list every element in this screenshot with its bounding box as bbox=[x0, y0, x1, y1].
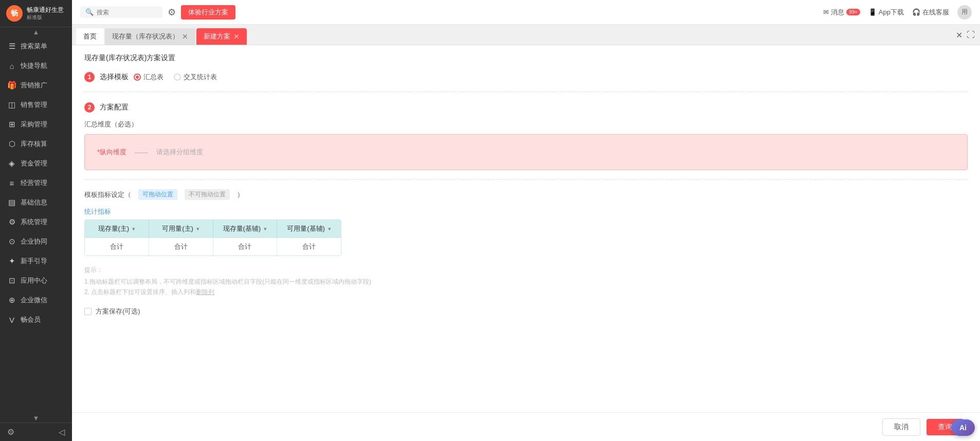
sidebar-item-enterprise-wechat[interactable]: ⊕ 企业微信 bbox=[0, 290, 72, 310]
col-header-3-arrow: ▾ bbox=[264, 226, 267, 232]
radio-dot-cross bbox=[174, 74, 181, 81]
sidebar-item-marketing[interactable]: 🎁 营销推广 bbox=[0, 76, 72, 95]
speaker-icon[interactable]: ◁ bbox=[59, 427, 65, 437]
radio-summary[interactable]: 汇总表 bbox=[134, 72, 164, 82]
app-download-button[interactable]: 📱 App下载 bbox=[868, 8, 904, 17]
tab-new-scheme-label: 新建方案 bbox=[204, 32, 230, 41]
sales-icon: ◫ bbox=[7, 100, 16, 109]
trial-button[interactable]: 体验行业方案 bbox=[181, 5, 235, 20]
sidebar-item-label: 应用中心 bbox=[21, 276, 47, 285]
sidebar-scroll-up[interactable]: ▲ bbox=[0, 27, 72, 36]
tab-inventory-close[interactable]: ✕ bbox=[182, 32, 188, 41]
section2-header: 2 方案配置 bbox=[84, 102, 968, 113]
cell-1-4: 合计 bbox=[277, 238, 341, 255]
sidebar-item-label: 采购管理 bbox=[21, 120, 47, 129]
ai-fab-button[interactable]: Ai bbox=[951, 419, 975, 436]
expand-icon[interactable]: ⛶ bbox=[967, 30, 975, 40]
sidebar-item-new-guide[interactable]: ✦ 新手引导 bbox=[0, 251, 72, 271]
col-header-2[interactable]: 可用量(主) ▾ bbox=[149, 220, 213, 237]
gift-icon: 🎁 bbox=[7, 81, 16, 90]
dimension-label: 汇总维度（必选） bbox=[84, 120, 968, 129]
radio-dot-summary bbox=[134, 74, 141, 81]
sidebar-item-finance[interactable]: ◈ 资金管理 bbox=[0, 154, 72, 173]
content-inner: 现存量(库存状况表)方案设置 1 选择模板 汇总表 交叉统计表 bbox=[72, 45, 980, 441]
message-badge: 99+ bbox=[846, 9, 860, 15]
save-label: 方案保存(可选) bbox=[96, 307, 140, 316]
search-menu-icon: ☰ bbox=[7, 42, 16, 51]
tips-item-2: 2. 点击标题栏下拉可设置排序、插入列和删除列 bbox=[84, 288, 968, 297]
download-icon: 📱 bbox=[868, 8, 877, 16]
col-header-1[interactable]: 现存量(主) ▾ bbox=[85, 220, 149, 237]
search-input[interactable] bbox=[97, 9, 148, 16]
business-icon: ≡ bbox=[7, 178, 16, 188]
col-header-4-arrow: ▾ bbox=[328, 226, 331, 232]
topbar-settings-icon[interactable]: ⚙ bbox=[168, 7, 176, 18]
col-header-4[interactable]: 可用量(基辅) ▾ bbox=[277, 220, 341, 237]
section2-title: 方案配置 bbox=[100, 103, 129, 112]
sidebar-item-quick-nav[interactable]: ⌂ 快捷导航 bbox=[0, 56, 72, 76]
sidebar-logo: 畅 畅康通好生意 标准版 bbox=[0, 0, 72, 27]
tabbar: 首页 现存量（库存状况表） ✕ 新建方案 ✕ ✕ ⛶ bbox=[72, 25, 980, 45]
tab-home-label: 首页 bbox=[83, 32, 97, 41]
sidebar-item-label: 企业微信 bbox=[21, 296, 47, 305]
sidebar-item-label: 系统管理 bbox=[21, 217, 47, 227]
sidebar-item-search-menu[interactable]: ☰ 搜索菜单 bbox=[0, 36, 72, 56]
tab-inventory-status[interactable]: 现存量（库存状况表） ✕ bbox=[105, 28, 195, 45]
main-area: 🔍 ⚙ 体验行业方案 ✉ 消息 99+ 📱 App下载 🎧 在线客服 用 bbox=[72, 0, 980, 441]
sidebar-scroll-down[interactable]: ▼ bbox=[0, 413, 72, 422]
wechat-icon: ⊕ bbox=[7, 296, 16, 305]
message-icon: ✉ bbox=[823, 8, 829, 16]
topbar-right: ✉ 消息 99+ 📱 App下载 🎧 在线客服 用 bbox=[823, 5, 972, 20]
online-service-button[interactable]: 🎧 在线客服 bbox=[912, 8, 949, 17]
search-box[interactable]: 🔍 bbox=[80, 6, 162, 18]
search-icon: 🔍 bbox=[85, 8, 94, 16]
cell-1-1: 合计 bbox=[85, 238, 149, 255]
sidebar-item-system[interactable]: ⚙ 系统管理 bbox=[0, 212, 72, 232]
radio-cross[interactable]: 交叉统计表 bbox=[174, 72, 217, 82]
dimension-placeholder: 请选择分组维度 bbox=[156, 148, 203, 157]
tips-item-1: 1.拖动标题栏可以调整布局，不可跨维度或指标区域拖动栏目字段(只能在同一维度或指… bbox=[84, 278, 968, 286]
app-edition: 标准版 bbox=[27, 14, 64, 21]
save-checkbox[interactable] bbox=[84, 308, 92, 315]
dimension-box[interactable]: *纵向维度 —— 请选择分组维度 bbox=[84, 134, 968, 170]
basic-info-icon: ▤ bbox=[7, 198, 16, 207]
bottom-bar: 取消 查询 bbox=[72, 412, 980, 441]
tab-new-scheme[interactable]: 新建方案 ✕ bbox=[196, 28, 247, 45]
close-panel-icon[interactable]: ✕ bbox=[956, 30, 963, 40]
section1-divider bbox=[84, 91, 968, 92]
sidebar-item-sales[interactable]: ◫ 销售管理 bbox=[0, 95, 72, 115]
stat-table: 现存量(主) ▾ 可用量(主) ▾ 现存量(基辅) ▾ 可用量(基辅) bbox=[84, 219, 341, 256]
sidebar-item-purchase[interactable]: ⊞ 采购管理 bbox=[0, 115, 72, 134]
tab-home[interactable]: 首页 bbox=[76, 28, 104, 45]
system-icon: ⚙ bbox=[7, 217, 16, 227]
topbar: 🔍 ⚙ 体验行业方案 ✉ 消息 99+ 📱 App下载 🎧 在线客服 用 bbox=[72, 0, 980, 25]
delete-col-link[interactable]: 删除列 bbox=[196, 288, 214, 296]
tab-new-scheme-close[interactable]: ✕ bbox=[233, 32, 240, 41]
user-avatar[interactable]: 用 bbox=[957, 5, 972, 20]
undraggable-tag: 不可拖动位置 bbox=[185, 189, 230, 200]
section2-divider bbox=[84, 179, 968, 180]
tab-inventory-label: 现存量（库存状况表） bbox=[112, 32, 179, 41]
draggable-tag: 可拖动位置 bbox=[138, 189, 177, 200]
col-header-2-arrow: ▾ bbox=[196, 226, 199, 232]
sidebar-item-inventory[interactable]: ⬡ 库存核算 bbox=[0, 134, 72, 154]
sidebar-item-business[interactable]: ≡ 经营管理 bbox=[0, 173, 72, 193]
topbar-left: 🔍 ⚙ 体验行业方案 bbox=[80, 5, 235, 20]
sidebar-item-label: 快捷导航 bbox=[21, 61, 47, 70]
col-header-3[interactable]: 现存量(基辅) ▾ bbox=[213, 220, 278, 237]
sidebar-item-member[interactable]: V 畅会员 bbox=[0, 310, 72, 329]
sidebar-item-enterprise[interactable]: ⊙ 企业协同 bbox=[0, 232, 72, 251]
settings-icon[interactable]: ⚙ bbox=[7, 427, 14, 437]
radio-summary-label: 汇总表 bbox=[143, 72, 164, 82]
col-header-4-label: 可用量(基辅) bbox=[287, 224, 325, 233]
indicator-settings-label: 模板指标设定（ bbox=[84, 190, 131, 199]
sidebar-item-basic-info[interactable]: ▤ 基础信息 bbox=[0, 193, 72, 212]
sidebar-item-app-center[interactable]: ⊡ 应用中心 bbox=[0, 271, 72, 290]
col-header-1-label: 现存量(主) bbox=[98, 224, 130, 233]
page-title: 现存量(库存状况表)方案设置 bbox=[84, 53, 968, 63]
cancel-button[interactable]: 取消 bbox=[882, 418, 920, 436]
enterprise-icon: ⊙ bbox=[7, 237, 16, 246]
home-icon: ⌂ bbox=[7, 61, 16, 70]
sidebar-item-label: 库存核算 bbox=[21, 139, 47, 149]
message-button[interactable]: ✉ 消息 99+ bbox=[823, 8, 860, 17]
